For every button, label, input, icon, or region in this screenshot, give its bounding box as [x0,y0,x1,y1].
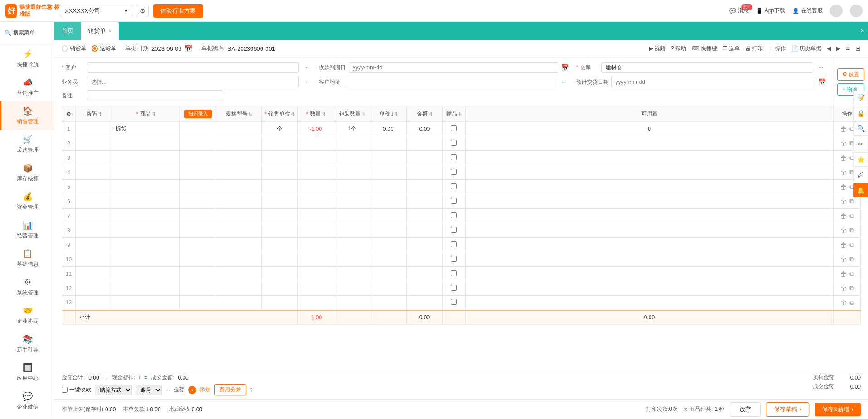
settings-button[interactable]: ⚙ [136,5,149,17]
row-product-3[interactable] [112,151,180,165]
qty-sort-icon[interactable]: ⇅ [322,111,325,116]
row-price-6[interactable] [370,194,407,209]
sidebar-item-purchase[interactable]: 🛒 采购管理 [0,130,54,159]
tab-home[interactable]: 首页 [54,22,81,40]
row-barcode-11[interactable] [76,267,112,281]
row-price-13[interactable] [370,296,407,310]
print-button[interactable]: 🖨 打印 [745,45,763,53]
row-gift-4[interactable] [443,165,466,180]
sidebar-item-guide[interactable]: 📚 新手引导 [0,330,54,358]
row-product-11[interactable] [112,267,180,281]
row-barcode-13[interactable] [76,296,112,310]
row-spec-1[interactable] [216,122,262,136]
row-spec-11[interactable] [216,267,262,281]
view-list-button[interactable]: ≡ [846,44,850,53]
user-avatar-2[interactable] [850,5,863,17]
nav-prev-button[interactable]: ◀ [827,45,831,52]
unit-sort-icon[interactable]: ⇅ [291,111,295,116]
one-click-checkbox[interactable] [62,387,68,393]
row-barcode-4[interactable] [76,165,112,180]
copy-row-11[interactable]: ⧉ [849,270,854,278]
sidebar-item-app-center[interactable]: 🔲 应用中心 [0,358,54,387]
customer-addr-input[interactable] [344,77,556,87]
row-spec-4[interactable] [216,165,262,180]
sidebar-item-operations[interactable]: 📊 经营管理 [0,216,54,244]
row-qty-4[interactable] [298,165,334,180]
row-price-7[interactable] [370,209,407,223]
row-spec-6[interactable] [216,194,262,209]
row-product-10[interactable] [112,252,180,267]
customer-addr-ellipsis-button[interactable]: ··· [559,77,569,87]
row-gift-3[interactable] [443,151,466,165]
shortcut-button[interactable]: ⌨ 快捷键 [692,45,717,53]
float-btn-3[interactable]: 🔍 [853,121,868,136]
delete-row-1[interactable]: 🗑 [840,125,847,133]
row-gift-1[interactable] [443,122,466,136]
delete-row-6[interactable]: 🗑 [840,198,847,205]
gift-sort-icon[interactable]: ⇅ [458,111,462,116]
row-spec-13[interactable] [216,296,262,310]
tab-sales-order[interactable]: 销货单 × [81,22,119,40]
sidebar-item-sales[interactable]: 🏠 销售管理 [0,101,54,130]
warehouse-ellipsis-button[interactable]: ··· [816,63,826,72]
trial-button[interactable]: 体验行业方案 [153,4,203,18]
row-price-3[interactable] [370,151,407,165]
row-price-11[interactable] [370,267,407,281]
delete-row-4[interactable]: 🗑 [840,169,847,176]
spec-sort-icon[interactable]: ⇅ [248,111,252,116]
row-barcode-12[interactable] [76,281,112,296]
copy-row-2[interactable]: ⧉ [849,140,854,147]
copy-row-7[interactable]: ⧉ [849,212,854,220]
delete-row-2[interactable]: 🗑 [840,140,847,147]
sidebar-item-marketing[interactable]: 📣 营销推广 [0,73,54,101]
row-gift-6[interactable] [443,194,466,209]
row-barcode-8[interactable] [76,223,112,238]
radio-sale-order[interactable]: 销货单 [62,45,86,53]
delete-row-10[interactable]: 🗑 [840,256,847,263]
product-sort-icon[interactable]: ⇅ [152,111,155,116]
expense-split-button[interactable]: 费用分摊 [214,384,246,395]
delete-row-5[interactable]: 🗑 [840,183,847,191]
row-gift-7[interactable] [443,209,466,223]
row-barcode-1[interactable] [76,122,112,136]
account-select[interactable]: 账号 [136,385,162,395]
row-product-1[interactable]: 拆货 [112,122,180,136]
row-qty-13[interactable] [298,296,334,310]
salesperson-ellipsis-button[interactable]: ··· [301,77,311,87]
float-btn-4[interactable]: ✏ [853,137,868,151]
one-click-payment-checkbox[interactable]: 一键收款 [62,386,91,394]
row-gift-12[interactable] [443,281,466,296]
row-qty-2[interactable] [298,136,334,151]
delete-row-12[interactable]: 🗑 [840,285,847,292]
setup-button[interactable]: ⚙ 设置 [837,68,864,81]
user-avatar[interactable] [830,5,843,17]
tab-close-icon[interactable]: × [108,28,112,34]
row-price-5[interactable] [370,180,407,194]
row-spec-8[interactable] [216,223,262,238]
app-download-button[interactable]: 📱 App下载 [756,7,785,14]
sidebar-item-finance[interactable]: 💰 资金管理 [0,187,54,216]
th-scan[interactable]: 扫码录入 [180,106,216,122]
abandon-button[interactable]: 放弃 [730,402,761,417]
payment-date-input[interactable] [349,62,558,73]
delete-row-3[interactable]: 🗑 [840,154,847,162]
help-button[interactable]: ? 帮助 [671,45,686,53]
row-spec-9[interactable] [216,238,262,252]
float-btn-6[interactable]: 🖊 [853,168,868,182]
barcode-sort-icon[interactable]: ⇅ [98,111,102,116]
row-price-10[interactable] [370,252,407,267]
row-gift-10[interactable] [443,252,466,267]
row-qty-5[interactable] [298,180,334,194]
row-product-6[interactable] [112,194,180,209]
search-menu-button[interactable]: 🔍 搜索菜单 [0,25,54,40]
row-barcode-9[interactable] [76,238,112,252]
sidebar-item-enterprise[interactable]: 🤝 企业协同 [0,301,54,330]
copy-row-9[interactable]: ⧉ [849,241,854,249]
row-spec-12[interactable] [216,281,262,296]
row-gift-11[interactable] [443,267,466,281]
sidebar-item-inventory[interactable]: 📦 库存核算 [0,159,54,187]
row-qty-6[interactable] [298,194,334,209]
row-product-5[interactable] [112,180,180,194]
select-button[interactable]: ☰ 选单 [723,45,740,53]
sidebar-item-basic-info[interactable]: 📋 基础信息 [0,244,54,273]
